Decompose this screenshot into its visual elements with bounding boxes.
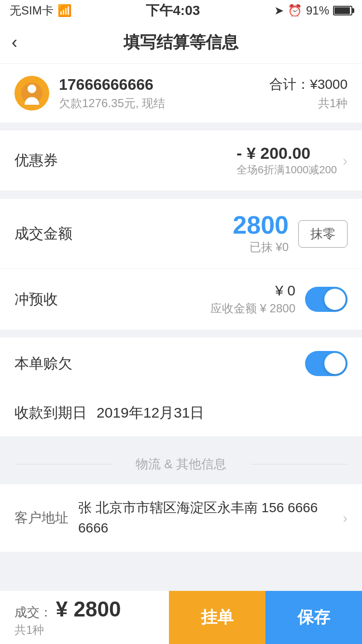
coupon-desc: 全场6折满1000减200 <box>237 163 337 177</box>
total-value: ¥3000 <box>310 77 348 92</box>
coupon-info: - ¥ 200.00 全场6折满1000减200 <box>237 144 337 177</box>
total-label: 合计： <box>269 77 310 92</box>
hold-button[interactable]: 挂单 <box>169 591 265 644</box>
address-chevron-icon: › <box>343 510 348 526</box>
due-date-row: 收款到期日 2019年12月31日 <box>0 390 362 436</box>
customer-right: 合计：¥3000 共1种 <box>269 75 348 111</box>
coupon-chevron-icon: › <box>343 153 348 169</box>
logistics-divider-inner: 物流 & 其他信息 <box>0 456 362 473</box>
amount-main-value: 2800 <box>233 212 289 238</box>
address-label: 客户地址 <box>14 509 69 527</box>
alarm-icon: ⏰ <box>288 4 302 17</box>
status-time: 下午4:03 <box>146 1 200 20</box>
amount-sub-text: 已抹 ¥0 <box>233 239 289 255</box>
bottom-bar: 成交： ¥ 2800 共1种 挂单 保存 <box>0 591 362 644</box>
divider-line-left <box>14 464 111 464</box>
nav-bar: ‹ 填写结算等信息 <box>0 21 362 64</box>
coupon-amount: - ¥ 200.00 <box>237 144 337 163</box>
coupon-label: 优惠券 <box>14 151 58 170</box>
page-title: 填写结算等信息 <box>124 31 238 54</box>
logistics-divider: 物流 & 其他信息 <box>0 444 362 484</box>
bottom-deal-row: 成交： ¥ 2800 <box>14 597 154 621</box>
bottom-deal-label: 成交： <box>14 605 52 619</box>
advance-payment-toggle[interactable] <box>305 287 348 312</box>
advance-payment-row: 冲预收 ¥ 0 应收金额 ¥ 2800 <box>0 269 362 330</box>
bottom-deal-count: 共1种 <box>14 622 154 638</box>
owing-label: 本单赊欠 <box>14 354 72 374</box>
avatar <box>14 76 49 111</box>
round-button[interactable]: 抹零 <box>298 220 348 248</box>
save-button[interactable]: 保存 <box>265 591 362 644</box>
address-value: 张 北京市市辖区海淀区永丰南 156 6666 6666 <box>69 498 343 538</box>
wifi-icon: 📶 <box>57 4 72 17</box>
customer-sub: 欠款1276.35元, 现结 <box>59 96 165 111</box>
due-date-value: 2019年12月31日 <box>97 403 204 423</box>
amount-row: 成交金额 2800 已抹 ¥0 抹零 <box>0 199 362 269</box>
deal-amount-section: 成交金额 2800 已抹 ¥0 抹零 冲预收 ¥ 0 应收金额 ¥ 2800 <box>0 199 362 330</box>
coupon-right: - ¥ 200.00 全场6折满1000减200 › <box>237 144 348 177</box>
location-icon: ➤ <box>274 4 284 17</box>
divider-line-right <box>251 464 348 464</box>
advance-payment-value: ¥ 0 <box>210 282 295 299</box>
customer-info: 17666666666 欠款1276.35元, 现结 <box>59 76 165 111</box>
back-button[interactable]: ‹ <box>12 32 17 53</box>
customer-left: 17666666666 欠款1276.35元, 现结 <box>14 76 165 111</box>
advance-payment-label: 冲预收 <box>14 290 58 309</box>
logistics-divider-text: 物流 & 其他信息 <box>136 456 226 473</box>
amount-label: 成交金额 <box>14 224 72 244</box>
advance-payment-right: ¥ 0 应收金额 ¥ 2800 <box>210 282 348 316</box>
customer-card: 17666666666 欠款1276.35元, 现结 合计：¥3000 共1种 <box>0 64 362 123</box>
coupon-row[interactable]: 优惠券 - ¥ 200.00 全场6折满1000减200 › <box>0 130 362 191</box>
customer-phone: 17666666666 <box>59 76 165 94</box>
owing-toggle-knob <box>324 353 346 374</box>
battery-icon <box>333 6 352 15</box>
battery-text: 91% <box>306 4 329 17</box>
status-left: 无SIM卡 📶 <box>10 3 72 18</box>
advance-payment-sub: 应收金额 ¥ 2800 <box>210 301 295 316</box>
toggle-knob <box>324 289 346 310</box>
status-right: ➤ ⏰ 91% <box>274 4 352 17</box>
total-label-row: 合计：¥3000 <box>269 75 348 94</box>
amount-right: 2800 已抹 ¥0 抹零 <box>233 212 348 255</box>
address-row[interactable]: 客户地址 张 北京市市辖区海淀区永丰南 156 6666 6666 › <box>0 484 362 552</box>
owing-toggle[interactable] <box>305 351 348 376</box>
bottom-deal-amount: ¥ 2800 <box>56 597 121 621</box>
due-date-label: 收款到期日 <box>14 403 87 423</box>
total-count: 共1种 <box>269 96 348 111</box>
owing-section: 本单赊欠 收款到期日 2019年12月31日 <box>0 337 362 436</box>
advance-payment-value-wrap: ¥ 0 应收金额 ¥ 2800 <box>210 282 295 316</box>
status-bar: 无SIM卡 📶 下午4:03 ➤ ⏰ 91% <box>0 0 362 21</box>
carrier-text: 无SIM卡 <box>10 3 54 18</box>
amount-value-wrap: 2800 已抹 ¥0 <box>233 212 289 255</box>
content-area: 17666666666 欠款1276.35元, 现结 合计：¥3000 共1种 … <box>0 64 362 610</box>
owing-row: 本单赊欠 <box>0 337 362 390</box>
bottom-info: 成交： ¥ 2800 共1种 <box>0 597 169 638</box>
